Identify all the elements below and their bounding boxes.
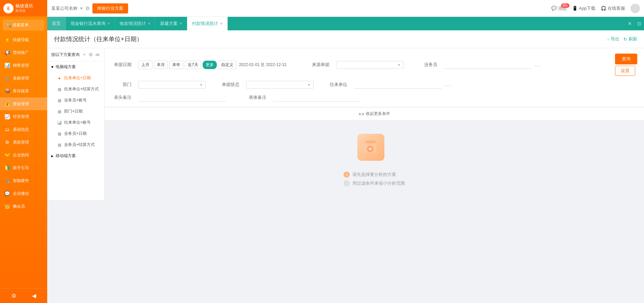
search-menu[interactable]: 🔍 搜索菜单	[3, 20, 45, 31]
body-note-content	[273, 93, 637, 101]
nav-icon-wechat: 💬	[4, 190, 10, 196]
doc-status-filter-content: ▾	[246, 81, 320, 89]
partner-input[interactable]	[354, 81, 442, 89]
date-label: 单据日期	[111, 62, 131, 68]
scheme-section-desktop[interactable]: ▾ 电脑端方案	[47, 61, 104, 72]
sidebar-item-hardware[interactable]: 🔧 智能硬件	[0, 174, 47, 187]
sidebar-item-finance[interactable]: 💰 资金管理	[0, 97, 47, 110]
body-note-label: 表体备注	[246, 94, 266, 100]
sidebar-item-inventory[interactable]: 📦 库存核算	[0, 85, 47, 97]
staff-input[interactable]	[444, 61, 532, 69]
doc-status-select[interactable]: ▾	[246, 81, 314, 89]
dept-select[interactable]: ▾	[138, 81, 206, 89]
tab-new-scheme[interactable]: 新建方案 ×	[155, 17, 187, 30]
nav-label-inventory: 库存核算	[13, 88, 29, 94]
scheme-item-icon-1: ▦	[57, 87, 62, 92]
tab-close-all-btn[interactable]: ✕	[625, 21, 635, 26]
scheme-panel: 按以下方案查询 ＋ ⚙ ≪ ▾ 电脑端方案 ● 往来单位+日期	[47, 48, 105, 200]
sidebar-item-sales[interactable]: 📊 销售管理	[0, 59, 47, 72]
user-avatar[interactable]	[631, 4, 640, 13]
date-custom-btn[interactable]: 自定义	[218, 61, 236, 69]
tab-new-scheme-close[interactable]: ×	[180, 21, 182, 26]
date-this-month-btn[interactable]: 本月	[154, 61, 168, 69]
topbar-gear-icon[interactable]: ⚙	[85, 5, 90, 11]
tab-payment-stat[interactable]: 付款情况统计 ×	[187, 17, 228, 30]
sidebar: 6 畅捷通坊 标准版 🔍 搜索菜单 ⚡ 快捷导航 📢 营销推广 📊 销售管理 🛒…	[0, 0, 47, 303]
sidebar-item-basic-info[interactable]: 🗂 基础信息	[0, 123, 47, 136]
trial-btn[interactable]: 体验行业方案	[92, 3, 128, 13]
sidebar-item-enterprise[interactable]: 🤝 企业协同	[0, 149, 47, 161]
query-btn[interactable]: 查询	[615, 54, 637, 64]
doc-status-label: 单据状态	[219, 82, 239, 88]
tab-bank-flow-close[interactable]: ×	[108, 21, 110, 26]
company-dropdown-icon[interactable]: ▾	[80, 6, 83, 11]
source-select[interactable]: ▾	[336, 61, 404, 69]
scheme-mobile-title: 移动端方案	[56, 153, 76, 159]
refresh-btn[interactable]: ↻ 刷新	[623, 36, 637, 42]
scheme-item-partner-settle-label: 往来单位+结算方式	[64, 86, 99, 92]
header-note-input[interactable]	[138, 93, 226, 101]
nav-icon-member: 👑	[4, 203, 10, 209]
tab-receipts-stat-close[interactable]: ×	[148, 21, 150, 26]
staff-dots[interactable]: ...	[534, 62, 541, 68]
scheme-settings-btn[interactable]: ⚙	[89, 52, 93, 58]
settings-btn[interactable]: 设置	[615, 66, 635, 76]
tab-payment-stat-label: 付款情况统计	[192, 21, 218, 27]
scheme-collapse-btn[interactable]: ≪	[95, 52, 100, 58]
date-more-btn[interactable]: 更多	[203, 61, 217, 69]
sidebar-item-marketing[interactable]: 📢 营销推广	[0, 46, 47, 59]
export-btn[interactable]: ↑ 导出	[607, 36, 620, 42]
main-view: 单据日期 上月 本月 本年 近7天 更多 自定义 20	[105, 48, 644, 200]
tab-bank-flow[interactable]: 现金银行流水查询 ×	[66, 17, 115, 30]
app-icon: 📱	[572, 6, 578, 11]
tab-receipts-stat[interactable]: 收款情况统计 ×	[115, 17, 155, 30]
tab-maximize-btn[interactable]: ⊡	[635, 21, 644, 26]
tab-home[interactable]: 首页	[47, 17, 66, 30]
nav-label-basic-info: 基础信息	[13, 127, 29, 132]
scheme-item-dept-date[interactable]: ▦ 部门+日期	[47, 106, 104, 117]
sidebar-item-wechat[interactable]: 💬 企业微信	[0, 187, 47, 200]
scheme-item-staff-account[interactable]: ▦ 业务员+账号	[47, 95, 104, 106]
partner-label: 往来单位	[327, 82, 347, 88]
sidebar-item-operation[interactable]: 📈 经营管理	[0, 110, 47, 123]
filter-panel: 单据日期 上月 本月 本年 近7天 更多 自定义 20	[105, 48, 644, 107]
sidebar-item-guide[interactable]: 🔰 新手引导	[0, 161, 47, 174]
collapse-sidebar-icon[interactable]: ◀	[32, 293, 36, 299]
collapse-btn[interactable]: ∧∧ 收起更多条件	[358, 111, 390, 117]
messages-btn[interactable]: 💬 消息 99+	[551, 5, 567, 11]
source-label: 来源单据	[309, 62, 329, 68]
scheme-item-partner-settle[interactable]: ▦ 往来单位+结算方式	[47, 84, 104, 95]
scheme-desktop-arrow: ▾	[51, 64, 54, 69]
scheme-item-icon-4: 📊	[57, 120, 62, 125]
sidebar-item-member[interactable]: 👑 畅会员	[0, 200, 47, 213]
date-last-month-btn[interactable]: 上月	[138, 61, 152, 69]
scheme-item-staff-date[interactable]: ▦ 业务员+日期	[47, 128, 104, 139]
sidebar-item-purchase[interactable]: 🛒 采购管理	[0, 72, 47, 85]
tab-payment-stat-close[interactable]: ×	[220, 21, 223, 26]
scheme-section-mobile[interactable]: ▸ 移动端方案	[47, 150, 104, 161]
scheme-item-partner-date[interactable]: ● 往来单位+日期	[47, 72, 104, 84]
date-this-year-btn[interactable]: 本年	[169, 61, 183, 69]
date-last7-btn[interactable]: 近7天	[185, 61, 201, 69]
sidebar-footer: ⚙ ◀	[0, 288, 47, 303]
app-download-btn[interactable]: 📱 App下载	[572, 5, 595, 11]
service-btn[interactable]: 🎧 在线客服	[601, 5, 625, 11]
scheme-header-icons: ＋ ⚙ ≪	[82, 52, 100, 58]
sidebar-item-system[interactable]: ⚙ 系统管理	[0, 136, 47, 149]
body-note-input[interactable]	[273, 93, 361, 101]
sidebar-item-quick-nav[interactable]: ⚡ 快捷导航	[0, 33, 47, 46]
scheme-add-btn[interactable]: ＋	[82, 52, 87, 58]
sidebar-nav: ⚡ 快捷导航 📢 营销推广 📊 销售管理 🛒 采购管理 📦 库存核算 💰 资金管…	[0, 33, 47, 288]
nav-icon-inventory: 📦	[4, 88, 10, 94]
scheme-item-partner-account[interactable]: 📊 往来单位+账号	[47, 117, 104, 128]
scheme-item-staff-settle[interactable]: ▦ 业务员+结算方式	[47, 139, 104, 150]
tip-num-2: 2	[344, 180, 350, 186]
nav-icon-sales: 📊	[4, 62, 10, 68]
scheme-item-icon-6: ▦	[57, 142, 62, 148]
svg-rect-1	[365, 141, 376, 143]
settings-icon[interactable]: ⚙	[11, 293, 16, 299]
partner-dots[interactable]: ...	[444, 82, 451, 88]
partner-filter-content: ...	[354, 81, 637, 89]
sidebar-logo: 6 畅捷通坊 标准版	[0, 0, 47, 17]
nav-label-enterprise: 企业协同	[13, 152, 29, 158]
